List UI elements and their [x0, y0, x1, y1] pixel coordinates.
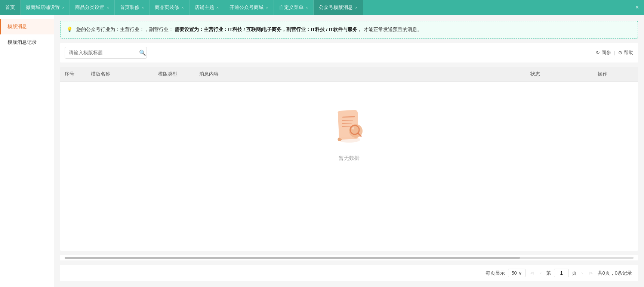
chevron-down-icon: ∨	[518, 270, 522, 276]
table-column-header: 序号	[60, 67, 86, 81]
prev-page-button[interactable]: ‹	[539, 269, 543, 277]
nav-tab-product-category[interactable]: 商品分类设置×	[70, 0, 114, 15]
table-column-header: 消息内容	[195, 67, 526, 81]
first-page-button[interactable]: ⊲	[529, 269, 536, 277]
pagination: 每页显示 50 ∨ ⊲ ‹ 第 页 › ⊳ 共0页，0条记录	[60, 265, 638, 281]
sync-label: 同步	[601, 49, 611, 56]
sidebar-item-label: 模版消息记录	[7, 39, 37, 45]
divider: |	[614, 50, 615, 55]
info-banner: 💡 您的公众号行业为：主营行业：，副营行业： 需要设置为：主营行业：IT科技 /…	[60, 21, 638, 39]
nav-tab-wshop-settings[interactable]: 微商城店铺设置×	[21, 0, 70, 15]
svg-line-2	[342, 120, 353, 120]
sidebar: 模版消息模版消息记录	[0, 15, 54, 287]
per-page-label: 每页显示	[486, 270, 505, 277]
sidebar-item-label: 模版消息	[7, 24, 27, 29]
page-unit: 页	[572, 270, 577, 277]
tab-close-icon[interactable]: ×	[62, 5, 64, 10]
tab-close-icon[interactable]: ×	[355, 5, 357, 10]
tab-label: 微商城店铺设置	[26, 4, 60, 11]
page-size-select[interactable]: 50 ∨	[508, 269, 525, 277]
help-label: 帮助	[624, 49, 634, 56]
last-page-button[interactable]: ⊳	[588, 269, 595, 277]
tab-label: 商品分类设置	[75, 4, 104, 11]
table-header: 序号模版名称模版类型消息内容状态操作	[60, 67, 638, 82]
svg-point-8	[352, 127, 354, 129]
tab-label: 自定义菜单	[279, 4, 303, 11]
scrollbar-thumb	[65, 257, 520, 259]
tab-close-icon[interactable]: ×	[266, 5, 268, 10]
tab-close-icon[interactable]: ×	[181, 5, 184, 10]
table-column-header: 状态	[526, 67, 593, 81]
close-all-button[interactable]: ×	[630, 4, 644, 11]
nav-tab-homepage-decor[interactable]: 首页装修×	[115, 0, 150, 15]
tab-close-icon[interactable]: ×	[107, 5, 109, 10]
sidebar-item-template-msg[interactable]: 模版消息	[0, 19, 54, 34]
svg-line-1	[343, 117, 354, 117]
table-column-header: 模版类型	[154, 67, 195, 81]
top-nav: 首页微商城店铺设置×商品分类设置×首页装修×商品页装修×店铺主题×开通公众号商城…	[0, 0, 644, 15]
tab-label: 首页	[5, 4, 15, 11]
nav-tab-template-msg[interactable]: 公众号模版消息×	[314, 0, 363, 15]
empty-state: 暂无数据	[60, 82, 638, 184]
search-box: 🔍	[65, 47, 147, 59]
content-area: 💡 您的公众号行业为：主营行业：，副营行业： 需要设置为：主营行业：IT科技 /…	[54, 15, 644, 287]
table-column-header: 模版名称	[86, 67, 154, 81]
toolbar: 🔍 ↻ 同步 | ⊙ 帮助	[60, 43, 638, 62]
info-prefix: 您的公众号行业为：主营行业：，副营行业：	[76, 27, 173, 32]
toolbar-right: ↻ 同步 | ⊙ 帮助	[596, 49, 634, 56]
tab-close-icon[interactable]: ×	[306, 5, 308, 10]
nav-tab-home[interactable]: 首页	[0, 0, 21, 15]
tab-close-icon[interactable]: ×	[142, 5, 144, 10]
search-button[interactable]: 🔍	[135, 47, 147, 58]
scrollbar-track[interactable]	[65, 257, 634, 259]
scrollbar-row[interactable]	[60, 255, 638, 260]
next-page-button[interactable]: ›	[580, 269, 584, 277]
help-icon: ⊙	[618, 50, 622, 55]
nav-tab-product-decor[interactable]: 商品页装修×	[150, 0, 189, 15]
tab-label: 商品页装修	[155, 4, 179, 11]
bulb-icon: 💡	[67, 27, 73, 32]
page-label: 第	[546, 270, 551, 277]
nav-tab-open-mall[interactable]: 开通公众号商城×	[224, 0, 274, 15]
sync-button[interactable]: ↻ 同步	[596, 49, 611, 56]
empty-text: 暂无数据	[339, 155, 360, 162]
tab-label: 首页装修	[120, 4, 139, 11]
sync-icon: ↻	[596, 50, 600, 55]
nav-tab-custom-menu[interactable]: 自定义菜单×	[274, 0, 314, 15]
page-summary: 共0页，0条记录	[598, 270, 632, 277]
page-size-value: 50	[511, 270, 517, 276]
info-suffix: 才能正常发送预置的消息。	[364, 27, 422, 32]
tab-label: 公众号模版消息	[319, 4, 353, 11]
search-input[interactable]	[65, 48, 135, 58]
table-column-header: 操作	[593, 67, 638, 81]
tab-label: 开通公众号商城	[229, 4, 264, 11]
svg-line-3	[342, 123, 351, 123]
tab-label: 店铺主题	[195, 4, 214, 11]
svg-line-4	[342, 126, 352, 126]
help-button[interactable]: ⊙ 帮助	[618, 49, 634, 56]
empty-illustration	[327, 104, 372, 149]
nav-tab-shop-theme[interactable]: 店铺主题×	[189, 0, 224, 15]
info-highlight: 需要设置为：主营行业：IT科技 / 互联网|电子商务，副营行业：IT科技 / I…	[175, 27, 362, 32]
page-input[interactable]	[554, 269, 569, 277]
sidebar-item-template-msg-record[interactable]: 模版消息记录	[0, 34, 54, 50]
data-table: 序号模版名称模版类型消息内容状态操作	[60, 67, 638, 251]
main-layout: 模版消息模版消息记录 💡 您的公众号行业为：主营行业：，副营行业： 需要设置为：…	[0, 15, 644, 287]
tab-close-icon[interactable]: ×	[216, 5, 219, 10]
